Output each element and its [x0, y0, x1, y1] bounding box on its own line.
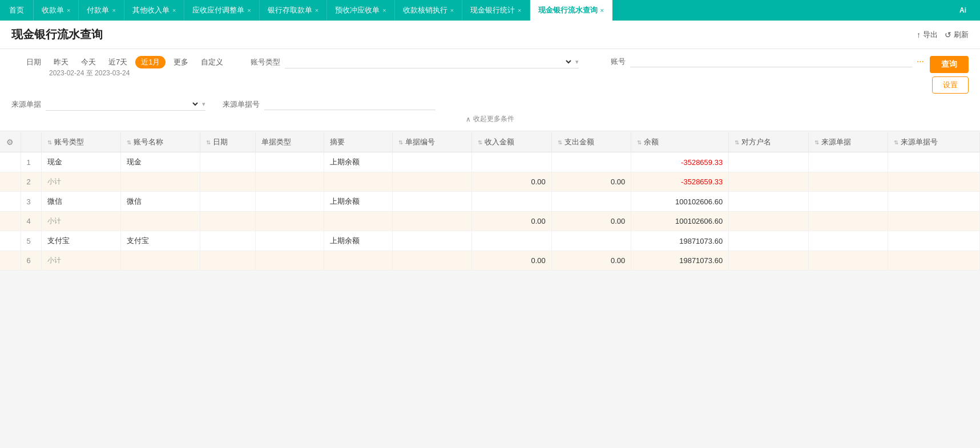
- td-source-doc-no: [888, 231, 980, 251]
- tab-close-icon[interactable]: ×: [315, 7, 318, 14]
- page-header: 现金银行流水查询 ↑ 导出 ↺ 刷新: [0, 21, 980, 49]
- td-rownum: 2: [21, 172, 41, 192]
- td-doc-type: [256, 212, 324, 231]
- date-option-7days[interactable]: 近7天: [104, 56, 132, 68]
- account-type-select[interactable]: [285, 56, 573, 68]
- tab-close-icon[interactable]: ×: [67, 7, 70, 14]
- td-rownum: 5: [21, 231, 41, 251]
- tab-close-icon[interactable]: ×: [112, 7, 115, 14]
- ai-badge[interactable]: Ai: [955, 5, 971, 15]
- refresh-icon: ↺: [945, 30, 951, 39]
- td-doc-type: [256, 172, 324, 192]
- td-account-name: 现金: [120, 152, 200, 172]
- account-input[interactable]: [630, 56, 912, 67]
- header-actions: ↑ 导出 ↺ 刷新: [917, 30, 969, 40]
- td-expense: [551, 231, 631, 251]
- date-options: 昨天 今天 近7天 近1月 更多 自定义: [49, 56, 228, 68]
- source-doc-no-label: 来源单据号: [223, 99, 264, 110]
- tab-close-icon[interactable]: ×: [172, 7, 176, 14]
- tab-close-icon[interactable]: ×: [600, 7, 604, 14]
- date-option-1month[interactable]: 近1月: [135, 56, 166, 68]
- collapse-bar[interactable]: ∧ 收起更多条件: [11, 112, 969, 126]
- nav-tab-4[interactable]: 银行存取款单×: [260, 0, 327, 21]
- th-gear[interactable]: ⚙: [0, 132, 21, 152]
- nav-tab-8[interactable]: 现金银行流水查询×: [530, 0, 612, 21]
- source-doc-select[interactable]: [46, 98, 200, 110]
- td-source-doc: [808, 231, 888, 251]
- th-date[interactable]: ⇅日期: [200, 132, 256, 152]
- page-title: 现金银行流水查询: [11, 27, 103, 42]
- td-account-type: 小计: [41, 212, 120, 231]
- account-dots-button[interactable]: ···: [917, 56, 924, 67]
- date-option-more[interactable]: 更多: [169, 56, 193, 68]
- nav-tab-5[interactable]: 预收冲应收单×: [327, 0, 394, 21]
- tab-close-icon[interactable]: ×: [247, 7, 251, 14]
- td-balance: 19871073.60: [631, 231, 729, 251]
- td-account-name: 支付宝: [120, 231, 200, 251]
- nav-tab-7[interactable]: 现金银行统计×: [462, 0, 530, 21]
- td-gear: [0, 172, 21, 192]
- td-doc-type: [256, 152, 324, 172]
- td-doc-no: [392, 231, 471, 251]
- td-doc-type: [256, 231, 324, 251]
- td-summary: [324, 212, 393, 231]
- td-expense: [551, 192, 631, 212]
- nav-tab-6[interactable]: 收款核销执行×: [395, 0, 462, 21]
- date-option-yesterday[interactable]: 昨天: [49, 56, 73, 68]
- account-type-dropdown-icon: ▾: [575, 58, 579, 66]
- nav-tab-0[interactable]: 收款单×: [34, 0, 79, 21]
- td-income: [472, 231, 551, 251]
- td-summary: 上期余额: [324, 231, 393, 251]
- td-rownum: 1: [21, 152, 41, 172]
- td-doc-no: [392, 251, 471, 271]
- search-button[interactable]: 查询: [930, 56, 969, 73]
- gear-icon[interactable]: ⚙: [6, 138, 14, 147]
- nav-tab-1[interactable]: 付款单×: [79, 0, 124, 21]
- td-income: 0.00: [472, 212, 551, 231]
- th-doc-no[interactable]: ⇅单据编号: [392, 132, 471, 152]
- td-summary: 上期余额: [324, 192, 393, 212]
- td-balance: -3528659.33: [631, 172, 729, 192]
- td-account-name: 微信: [120, 192, 200, 212]
- td-rownum: 4: [21, 212, 41, 231]
- td-gear: [0, 152, 21, 172]
- td-rownum: 3: [21, 192, 41, 212]
- table-container: ⚙ ⇅账号类型 ⇅账号名称 ⇅日期 单据类型 摘要 ⇅单据编号 ⇅收入金额 ⇅支…: [0, 132, 980, 271]
- td-date: [200, 152, 256, 172]
- th-income[interactable]: ⇅收入金额: [472, 132, 551, 152]
- td-doc-no: [392, 152, 471, 172]
- td-account-type: 小计: [41, 251, 120, 271]
- export-button[interactable]: ↑ 导出: [917, 30, 938, 40]
- source-doc-no-input[interactable]: [264, 99, 435, 110]
- nav-tab-2[interactable]: 其他收入单×: [124, 0, 184, 21]
- th-expense[interactable]: ⇅支出金额: [551, 132, 631, 152]
- td-gear: [0, 231, 21, 251]
- td-doc-type: [256, 192, 324, 212]
- th-source-doc-no[interactable]: ⇅来源单据号: [888, 132, 980, 152]
- tab-close-icon[interactable]: ×: [518, 7, 521, 14]
- table-row: 1 现金 现金 上期余额 -3528659.33: [0, 152, 980, 172]
- td-counterpart: [729, 251, 808, 271]
- date-option-custom[interactable]: 自定义: [196, 56, 228, 68]
- th-source-doc[interactable]: ⇅来源单据: [808, 132, 888, 152]
- tab-close-icon[interactable]: ×: [382, 7, 386, 14]
- tab-close-icon[interactable]: ×: [450, 7, 454, 14]
- th-account-name[interactable]: ⇅账号名称: [120, 132, 200, 152]
- td-summary: 上期余额: [324, 152, 393, 172]
- filter-area: 日期 昨天 今天 近7天 近1月 更多 自定义 2023-02-24 至 202…: [0, 49, 980, 131]
- date-option-today[interactable]: 今天: [76, 56, 100, 68]
- td-source-doc-no: [888, 152, 980, 172]
- th-account-type[interactable]: ⇅账号类型: [41, 132, 120, 152]
- refresh-button[interactable]: ↺ 刷新: [945, 30, 969, 40]
- th-balance[interactable]: ⇅余额: [631, 132, 729, 152]
- td-account-name: [120, 251, 200, 271]
- nav-home[interactable]: 首页: [0, 0, 34, 21]
- td-date: [200, 192, 256, 212]
- th-counterpart[interactable]: ⇅对方户名: [729, 132, 808, 152]
- td-source-doc: [808, 172, 888, 192]
- nav-tab-3[interactable]: 应收应付调整单×: [184, 0, 259, 21]
- td-source-doc: [808, 251, 888, 271]
- td-account-name: [120, 212, 200, 231]
- setting-button[interactable]: 设置: [932, 76, 969, 94]
- td-income: 0.00: [472, 251, 551, 271]
